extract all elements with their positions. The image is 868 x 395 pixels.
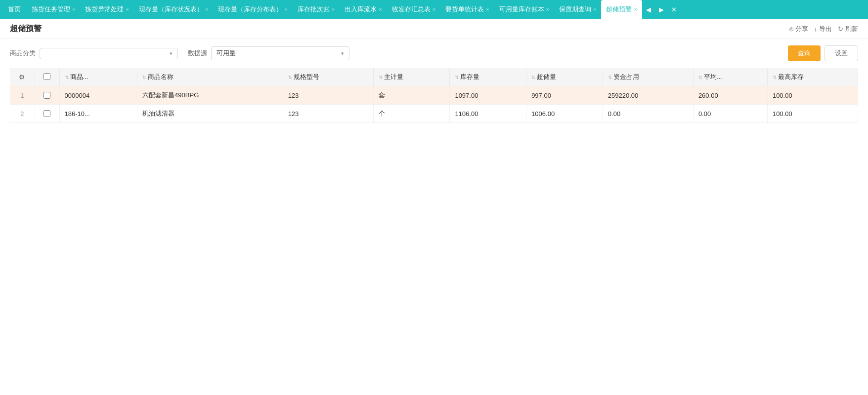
col-checkbox — [35, 68, 59, 86]
row-product-code-0: 0000004 — [59, 86, 137, 105]
row-avg-0: 260.00 — [693, 86, 767, 105]
nav-close-order-stats[interactable]: × — [486, 6, 489, 12]
table-row: 1 0000004 六配套新昌490BPG 123 套 1097.00 997.… — [10, 86, 858, 105]
table-header-row: ⚙ ⇅ 商品... ⇅ 商品名称 — [10, 68, 858, 86]
row-stock-qty-1: 1106.00 — [450, 105, 526, 123]
sort-icon-capital-occ: ⇅ — [608, 75, 612, 80]
top-navigation: 首页 拣货任务管理 × 拣货异常处理 × 现存量（库存状况表） × 现存量（库存… — [0, 0, 868, 19]
share-button[interactable]: ⎋ 分享 — [789, 25, 808, 34]
sort-icon-overstock: ⇅ — [531, 75, 535, 80]
row-num-0: 1 — [10, 86, 35, 105]
row-select-checkbox-0[interactable] — [43, 92, 50, 99]
table-body: 1 0000004 六配套新昌490BPG 123 套 1097.00 997.… — [10, 86, 858, 123]
col-product-name: ⇅ 商品名称 — [137, 68, 283, 86]
row-capital-occ-0: 259220.00 — [603, 86, 693, 105]
nav-close-all[interactable]: ✕ — [668, 0, 681, 19]
select-all-checkbox[interactable] — [43, 73, 50, 80]
filter-area: 商品分类 ▾ 数据源 可用量 ▾ 查询 设置 — [0, 39, 868, 68]
sort-icon-max-stock: ⇅ — [773, 75, 777, 80]
export-button[interactable]: ↓ 导出 — [814, 25, 832, 34]
nav-item-recv-send[interactable]: 收发存汇总表 × — [387, 0, 440, 19]
nav-item-quality-check[interactable]: 保质期查询 × — [554, 0, 601, 19]
row-overstock-0: 997.00 — [526, 86, 603, 105]
row-num-1: 2 — [10, 105, 35, 123]
col-avg: ⇅ 平均... — [693, 68, 767, 86]
sort-icon-avg: ⇅ — [698, 75, 702, 80]
filter-buttons: 查询 设置 — [788, 45, 858, 61]
nav-close-task-mgmt[interactable]: × — [72, 6, 75, 12]
sort-icon-spec: ⇅ — [288, 75, 292, 80]
nav-close-stock-dist[interactable]: × — [284, 6, 287, 12]
row-max-stock-1: 100.00 — [767, 105, 858, 123]
nav-close-quality-check[interactable]: × — [593, 6, 596, 12]
row-spec-1: 123 — [283, 105, 373, 123]
table-row: 2 186-10... 机油滤清器 123 个 1106.00 1006.00 … — [10, 105, 858, 123]
sort-icon-product-code: ⇅ — [65, 75, 69, 80]
nav-close-abnormal-proc[interactable]: × — [126, 6, 129, 12]
export-icon: ↓ — [814, 25, 818, 33]
row-unit-1: 个 — [373, 105, 450, 123]
nav-item-order-stats[interactable]: 要货单统计表 × — [440, 0, 494, 19]
col-overstock: ⇅ 超储量 — [526, 68, 603, 86]
nav-close-stock-batch[interactable]: × — [332, 6, 335, 12]
col-capital-occ: ⇅ 资金占用 — [603, 68, 693, 86]
nav-item-stock-dist[interactable]: 现存量（库存分布表） × — [213, 0, 292, 19]
row-checkbox-0 — [35, 86, 59, 105]
datasource-label: 数据源 — [188, 49, 207, 58]
nav-item-abnormal-proc[interactable]: 拣货异常处理 × — [80, 0, 133, 19]
nav-item-avail-stock[interactable]: 可用量库存账本 × — [494, 0, 554, 19]
row-max-stock-0: 100.00 — [767, 86, 858, 105]
datasource-filter: 数据源 可用量 ▾ — [188, 46, 349, 60]
sort-icon-product-name: ⇅ — [142, 75, 146, 80]
row-stock-qty-0: 1097.00 — [450, 86, 526, 105]
share-icon: ⎋ — [789, 25, 793, 33]
header-actions: ⎋ 分享 ↓ 导出 ↻ 刷新 — [789, 25, 859, 34]
nav-close-stock-status[interactable]: × — [205, 6, 208, 12]
row-product-name-0: 六配套新昌490BPG — [137, 86, 283, 105]
chevron-down-icon: ▾ — [170, 50, 173, 57]
overstock-table: ⚙ ⇅ 商品... ⇅ 商品名称 — [10, 68, 858, 123]
row-overstock-1: 1006.00 — [526, 105, 603, 123]
table-container: ⚙ ⇅ 商品... ⇅ 商品名称 — [0, 68, 868, 123]
refresh-button[interactable]: ↻ 刷新 — [838, 25, 858, 34]
row-select-checkbox-1[interactable] — [43, 110, 50, 117]
row-checkbox-1 — [35, 105, 59, 123]
col-product-code: ⇅ 商品... — [59, 68, 137, 86]
nav-next-arrow[interactable]: ▶ — [655, 0, 668, 19]
nav-prev-arrow[interactable]: ◀ — [642, 0, 655, 19]
nav-home[interactable]: 首页 — [2, 0, 27, 19]
row-product-name-1: 机油滤清器 — [137, 105, 283, 123]
sort-icon-stock-qty: ⇅ — [455, 75, 459, 80]
row-unit-0: 套 — [373, 86, 450, 105]
refresh-icon: ↻ — [838, 25, 843, 33]
page-header: 超储预警 ⎋ 分享 ↓ 导出 ↻ 刷新 — [0, 19, 868, 39]
category-select[interactable]: ▾ — [40, 48, 178, 59]
nav-item-task-mgmt[interactable]: 拣货任务管理 × — [27, 0, 80, 19]
sort-icon-unit: ⇅ — [379, 75, 383, 80]
col-settings: ⚙ — [10, 68, 35, 86]
nav-item-stock-batch[interactable]: 库存批次账 × — [293, 0, 340, 19]
category-filter: 商品分类 ▾ — [10, 48, 178, 59]
nav-close-recv-send[interactable]: × — [433, 6, 435, 12]
col-stock-qty: ⇅ 库存量 — [450, 68, 526, 86]
datasource-select-value: 可用量 — [217, 49, 236, 58]
settings-gear-icon[interactable]: ⚙ — [19, 73, 25, 81]
row-capital-occ-1: 0.00 — [603, 105, 693, 123]
datasource-select[interactable]: 可用量 ▾ — [211, 46, 349, 60]
row-avg-1: 0.00 — [693, 105, 767, 123]
nav-close-inout-flow[interactable]: × — [379, 6, 382, 12]
chevron-down-icon2: ▾ — [341, 50, 344, 57]
category-label: 商品分类 — [10, 49, 36, 58]
nav-item-inout-flow[interactable]: 出入库流水 × — [340, 0, 387, 19]
row-product-code-1: 186-10... — [59, 105, 137, 123]
col-max-stock: ⇅ 最高库存 — [767, 68, 858, 86]
nav-close-overstock-alert[interactable]: × — [634, 6, 637, 12]
col-spec: ⇅ 规格型号 — [283, 68, 373, 86]
query-button[interactable]: 查询 — [788, 45, 821, 61]
nav-close-avail-stock[interactable]: × — [546, 6, 549, 12]
page-title: 超储预警 — [10, 24, 42, 34]
row-spec-0: 123 — [283, 86, 373, 105]
nav-item-overstock-alert[interactable]: 超储预警 × — [601, 0, 642, 19]
nav-item-stock-status[interactable]: 现存量（库存状况表） × — [134, 0, 213, 19]
settings-button[interactable]: 设置 — [825, 45, 858, 61]
